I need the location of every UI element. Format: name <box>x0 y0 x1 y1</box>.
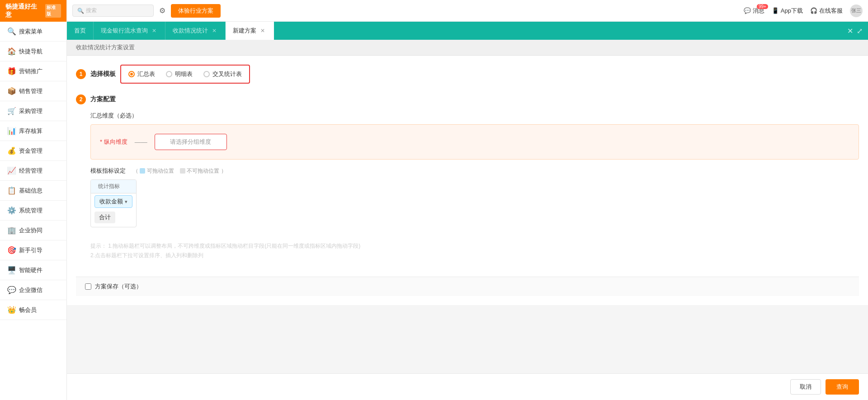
service-label: 在线客服 <box>819 7 843 15</box>
topbar-right: 💬 消息 99+ 📱 App下载 🎧 在线客服 张三 <box>744 5 863 17</box>
page-body: 1 选择模板 汇总表 明细表 交叉统计表 <box>67 56 868 305</box>
sidebar-item-quick-nav[interactable]: 🏠 快捷导航 <box>0 42 66 61</box>
trial-industry-button[interactable]: 体验行业方案 <box>171 4 221 18</box>
hint-item-1: 提示： 1.拖动标题栏可以调整布局，不可跨维度或指标区域拖动栏目字段(只能在同一… <box>90 242 859 250</box>
sidebar-item-label: 搜索菜单 <box>19 28 42 36</box>
non-draggable-legend-dot <box>180 168 185 174</box>
search-icon: 🔍 <box>77 8 84 14</box>
metric-amount-label: 收款金额 <box>99 198 123 206</box>
radio-detail[interactable]: 明细表 <box>166 70 193 78</box>
sidebar-item-guide[interactable]: 🎯 新手引导 <box>0 240 66 260</box>
service-icon: 🎧 <box>810 7 817 14</box>
dimension-area: * 纵向维度 —— 请选择分组维度 <box>90 124 859 160</box>
metrics-header: 模板指标设定 （ 可拖动位置 不可拖动位置 ） <box>90 167 859 175</box>
message-item[interactable]: 💬 消息 99+ <box>744 7 764 15</box>
expand-icon[interactable]: ⤢ <box>857 27 863 35</box>
sidebar-item-label: 智能硬件 <box>19 266 42 274</box>
step2-section: 2 方案配置 汇总维度（必选） * 纵向维度 —— 请选择分组维度 <box>76 94 859 266</box>
user-avatar[interactable]: 张三 <box>850 5 863 17</box>
draggable-legend-dot <box>140 168 145 174</box>
sidebar-item-label: 资金管理 <box>19 147 42 155</box>
sidebar-item-inventory[interactable]: 📊 库存核算 <box>0 121 66 141</box>
close-tab-new-plan-icon[interactable]: ✕ <box>259 27 266 34</box>
tab-bank-flow[interactable]: 现金银行流水查询 ✕ <box>94 22 165 40</box>
metric-subtotal-tag: 合计 <box>94 212 115 223</box>
money-icon: 💰 <box>7 146 15 155</box>
hints-section: 提示： 1.拖动标题栏可以调整布局，不可跨维度或指标区域拖动栏目字段(只能在同一… <box>90 238 859 266</box>
sidebar-item-purchase[interactable]: 🛒 采购管理 <box>0 101 66 121</box>
dimension-title-text: 汇总维度（必选） <box>90 112 137 119</box>
tab-new-plan-label: 新建方案 <box>233 27 256 35</box>
step2-title: 方案配置 <box>90 95 116 104</box>
sidebar-item-label: 畅会员 <box>19 306 37 314</box>
close-tab-bank-flow-icon[interactable]: ✕ <box>151 27 158 34</box>
clipboard-icon: 📋 <box>7 186 15 195</box>
dimension-row: * 纵向维度 —— 请选择分组维度 <box>100 134 849 150</box>
metric-amount-tag[interactable]: 收款金额 ▾ <box>94 195 132 208</box>
app-download-item[interactable]: 📱 App下载 <box>772 7 803 15</box>
sidebar-item-finance[interactable]: 💰 资金管理 <box>0 141 66 161</box>
sidebar-item-operations[interactable]: 📈 经营管理 <box>0 161 66 181</box>
cancel-button[interactable]: 取消 <box>790 379 821 395</box>
sidebar-item-search-menu[interactable]: 🔍 搜索菜单 <box>0 22 66 42</box>
step2-header: 2 方案配置 <box>76 94 859 104</box>
sidebar-item-system[interactable]: ⚙️ 系统管理 <box>0 201 66 221</box>
close-tab-collection-icon[interactable]: ✕ <box>211 27 218 34</box>
tab-home-label: 首页 <box>74 27 86 35</box>
avatar-initials: 张三 <box>851 7 861 14</box>
sidebar-item-basic-info[interactable]: 📋 基础信息 <box>0 181 66 201</box>
step1-title: 选择模板 <box>90 70 116 78</box>
sidebar-item-sales[interactable]: 📦 销售管理 <box>0 81 66 101</box>
save-checkbox[interactable] <box>85 283 91 290</box>
gear-icon[interactable]: ⚙ <box>159 6 165 15</box>
metric-tag-row: 收款金额 ▾ <box>91 193 136 210</box>
radio-summary[interactable]: 汇总表 <box>128 70 155 78</box>
radio-cross-label: 交叉统计表 <box>212 70 242 78</box>
stats-label-text: 统计指标 <box>98 183 120 189</box>
message-badge: 99+ <box>757 4 768 9</box>
tab-new-plan[interactable]: 新建方案 ✕ <box>226 22 274 40</box>
query-button[interactable]: 查询 <box>826 379 859 395</box>
radio-cross[interactable]: 交叉统计表 <box>203 70 242 78</box>
sidebar-item-wechat[interactable]: 💬 企业微信 <box>0 280 66 300</box>
step1-header: 1 选择模板 汇总表 明细表 交叉统计表 <box>76 65 859 84</box>
sidebar-item-member[interactable]: 👑 畅会员 <box>0 300 66 320</box>
crown-icon: 👑 <box>7 306 15 314</box>
radio-summary-label: 汇总表 <box>137 70 155 78</box>
tab-home[interactable]: 首页 <box>67 22 94 40</box>
caret-down-icon: ▾ <box>125 199 127 205</box>
sidebar-item-label: 库存核算 <box>19 127 42 135</box>
gift-icon: 🎁 <box>7 67 15 75</box>
dimension-select-dropdown[interactable]: 请选择分组维度 <box>155 134 227 150</box>
non-draggable-legend-label: 不可拖动位置 <box>187 168 219 174</box>
app-name: 畅捷通好生意 <box>5 3 42 19</box>
service-item[interactable]: 🎧 在线客服 <box>810 7 843 15</box>
download-label: App下载 <box>781 7 803 15</box>
sidebar-item-label: 企业微信 <box>19 286 42 294</box>
guide-icon: 🎯 <box>7 246 15 254</box>
close-all-tabs-icon[interactable]: ✕ <box>847 27 853 35</box>
metrics-legend: （ 可拖动位置 不可拖动位置 ） <box>133 167 226 175</box>
step2-number: 2 <box>76 94 86 104</box>
save-area: 方案保存（可选） <box>76 277 859 296</box>
sidebar-item-marketing[interactable]: 🎁 营销推广 <box>0 61 66 81</box>
step2-content: 汇总维度（必选） * 纵向维度 —— 请选择分组维度 <box>76 112 859 266</box>
download-icon: 📱 <box>772 7 779 14</box>
metric-subtag-row: 合计 <box>91 210 136 227</box>
tab-collection-stats[interactable]: 收款情况统计 ✕ <box>165 22 226 40</box>
sidebar-item-enterprise[interactable]: 🏢 企业协同 <box>0 221 66 240</box>
step1-section: 1 选择模板 汇总表 明细表 交叉统计表 <box>76 65 859 84</box>
content-area: 收款情况统计方案设置 1 选择模板 汇总表 明细表 <box>67 40 868 373</box>
sidebar-item-label: 营销推广 <box>19 67 42 75</box>
footer-bar: 取消 查询 <box>67 373 868 400</box>
radio-detail-label: 明细表 <box>175 70 193 78</box>
tabbar-actions: ✕ ⤢ <box>847 27 868 35</box>
app-badge: 标准版 <box>45 4 61 18</box>
topbar: 🔍 搜索 ⚙ 体验行业方案 💬 消息 99+ 📱 App下载 🎧 在线客服 张三 <box>67 0 868 22</box>
search-input-container[interactable]: 🔍 搜索 <box>72 5 154 17</box>
template-options: 汇总表 明细表 交叉统计表 <box>120 65 250 84</box>
sidebar-item-label: 快捷导航 <box>19 47 42 56</box>
sidebar-item-hardware[interactable]: 🖥️ 智能硬件 <box>0 260 66 280</box>
vertical-dimension-label: * 纵向维度 <box>100 138 127 146</box>
search-menu-icon: 🔍 <box>7 27 15 36</box>
